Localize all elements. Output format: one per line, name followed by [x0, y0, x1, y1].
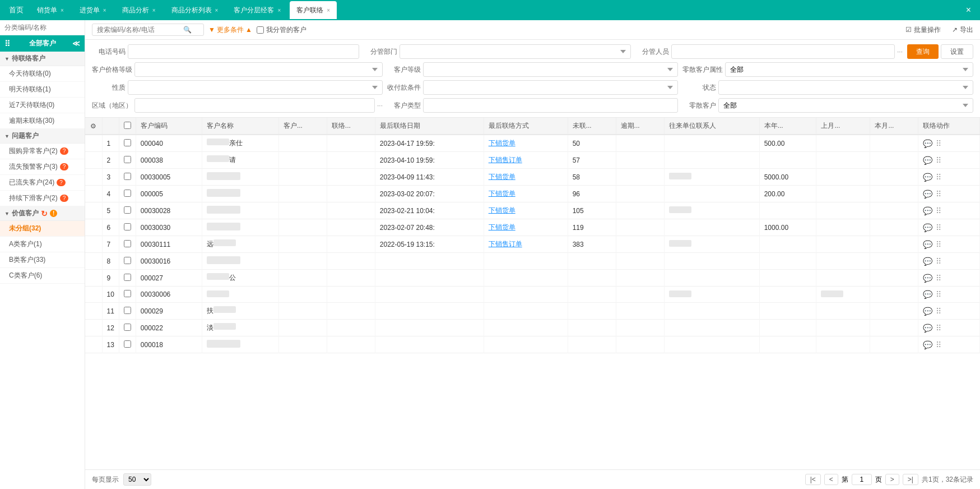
action-message-icon[interactable]: 💬	[923, 340, 932, 349]
action-more-icon[interactable]: ⠿	[936, 190, 941, 199]
last-page-btn[interactable]: >|	[903, 474, 918, 485]
next-page-btn[interactable]: >	[885, 474, 899, 485]
action-more-icon[interactable]: ⠿	[936, 173, 941, 182]
nav-tab-analysis[interactable]: 商品分析 ×	[115, 1, 162, 19]
action-message-icon[interactable]: 💬	[923, 240, 932, 249]
action-more-icon[interactable]: ⠿	[936, 139, 941, 148]
filter-region-more[interactable]: ···	[377, 102, 383, 109]
more-conditions-btn[interactable]: ▼ 更多条件 ▲	[208, 25, 252, 35]
filter-manager-more[interactable]: ···	[897, 48, 903, 56]
first-page-btn[interactable]: |<	[805, 474, 821, 485]
row-select-checkbox[interactable]	[124, 257, 131, 264]
action-message-icon[interactable]: 💬	[923, 274, 932, 283]
sidebar-collapse-icon[interactable]: ≪	[72, 39, 80, 48]
action-more-icon[interactable]: ⠿	[936, 257, 941, 266]
action-message-icon[interactable]: 💬	[923, 324, 932, 333]
action-message-icon[interactable]: 💬	[923, 206, 932, 215]
action-more-icon[interactable]: ⠿	[936, 156, 941, 165]
row-select-checkbox[interactable]	[124, 307, 131, 314]
window-close-button[interactable]: ×	[962, 5, 976, 15]
link-last-method[interactable]: 下销货单	[489, 206, 515, 214]
nav-tab-analysis-close[interactable]: ×	[152, 7, 156, 13]
filter-payment-select[interactable]	[423, 80, 678, 95]
row-select-checkbox[interactable]	[124, 156, 131, 163]
link-last-method[interactable]: 下销货单	[489, 223, 515, 231]
row-select-checkbox[interactable]	[124, 240, 131, 247]
select-all-checkbox[interactable]	[124, 122, 131, 129]
action-message-icon[interactable]: 💬	[923, 257, 932, 266]
link-last-method[interactable]: 下销货单	[489, 173, 515, 181]
action-more-icon[interactable]: ⠿	[936, 240, 941, 249]
refresh-icon[interactable]: ↻	[41, 209, 48, 218]
row-select-checkbox[interactable]	[124, 340, 131, 348]
nav-tab-customer-tier-close[interactable]: ×	[277, 7, 281, 13]
filter-retail-attr-select[interactable]: 全部	[725, 62, 973, 77]
sidebar-item-class-a[interactable]: A类客户(1)	[0, 237, 85, 252]
filter-dept-select[interactable]	[400, 44, 631, 59]
action-more-icon[interactable]: ⠿	[936, 340, 941, 349]
action-more-icon[interactable]: ⠿	[936, 290, 941, 299]
link-last-method[interactable]: 下销货单	[489, 139, 515, 147]
nav-home-tab[interactable]: 首页	[4, 3, 28, 17]
row-select-checkbox[interactable]	[124, 274, 131, 281]
action-more-icon[interactable]: ⠿	[936, 223, 941, 232]
sidebar-item-class-b[interactable]: B类客户(33)	[0, 252, 85, 268]
sidebar-item-class-c[interactable]: C类客户(6)	[0, 268, 85, 284]
sidebar-item-hoard[interactable]: 囤购异常客户(2) ?	[0, 144, 85, 159]
action-message-icon[interactable]: 💬	[923, 139, 932, 148]
all-customers-header[interactable]: ⠿ 全部客户 ≪	[0, 35, 85, 52]
filter-level-select[interactable]	[423, 62, 678, 77]
sidebar-item-today[interactable]: 今天待联络(0)	[0, 66, 85, 82]
row-select-checkbox[interactable]	[124, 324, 131, 331]
my-customers-filter[interactable]: 我分管的客户	[257, 25, 306, 35]
nav-tab-customer-tier[interactable]: 客户分层经客 ×	[227, 1, 287, 19]
row-select-checkbox[interactable]	[124, 290, 131, 297]
filter-price-level-select[interactable]	[134, 62, 383, 77]
filter-region-input[interactable]	[134, 98, 375, 113]
action-message-icon[interactable]: 💬	[923, 223, 932, 232]
my-customers-checkbox[interactable]	[257, 26, 264, 34]
col-gear[interactable]: ⚙	[85, 118, 102, 135]
row-select-checkbox[interactable]	[124, 206, 131, 214]
row-select-checkbox[interactable]	[124, 190, 131, 197]
sidebar-item-churned[interactable]: 已流失客户(24) ?	[0, 175, 85, 191]
filter-phone-input[interactable]	[128, 44, 359, 59]
sidebar-item-7days[interactable]: 近7天待联络(0)	[0, 98, 85, 113]
sidebar-item-churn-warn[interactable]: 流失预警客户(3) ?	[0, 159, 85, 175]
action-message-icon[interactable]: 💬	[923, 307, 932, 316]
nav-tab-purchase-close[interactable]: ×	[103, 7, 106, 13]
action-more-icon[interactable]: ⠿	[936, 206, 941, 215]
nav-tab-salesorder[interactable]: 销货单 ×	[30, 1, 71, 19]
action-message-icon[interactable]: 💬	[923, 173, 932, 182]
filter-nature-select[interactable]	[128, 80, 383, 95]
row-select-checkbox[interactable]	[124, 173, 131, 180]
sidebar-item-tomorrow[interactable]: 明天待联络(1)	[0, 82, 85, 98]
nav-tab-salesorder-close[interactable]: ×	[61, 7, 64, 13]
action-message-icon[interactable]: 💬	[923, 190, 932, 199]
link-last-method[interactable]: 下销货单	[489, 190, 515, 197]
nav-tab-purchase[interactable]: 进货单 ×	[73, 1, 113, 19]
action-message-icon[interactable]: 💬	[923, 156, 932, 165]
nav-tab-analysis-list-close[interactable]: ×	[215, 7, 219, 13]
filter-retail-cust-select[interactable]: 全部	[718, 98, 973, 113]
link-last-method[interactable]: 下销售订单	[489, 240, 522, 248]
sidebar-item-declining[interactable]: 持续下滑客户(2) ?	[0, 191, 85, 206]
page-size-select[interactable]: 50 100 200	[123, 473, 151, 486]
sidebar-search-input[interactable]	[4, 24, 85, 31]
prev-page-btn[interactable]: <	[824, 474, 838, 485]
nav-tab-analysis-list[interactable]: 商品分析列表 ×	[165, 1, 225, 19]
search-input[interactable]	[97, 26, 181, 34]
row-select-checkbox[interactable]	[124, 139, 131, 146]
nav-tab-customer-contact[interactable]: 客户联络 ×	[290, 1, 337, 19]
action-message-icon[interactable]: 💬	[923, 290, 932, 299]
action-more-icon[interactable]: ⠿	[936, 274, 941, 283]
action-more-icon[interactable]: ⠿	[936, 324, 941, 333]
link-last-method[interactable]: 下销售订单	[489, 156, 522, 164]
nav-tab-customer-contact-close[interactable]: ×	[327, 7, 330, 13]
filter-cust-type-input[interactable]	[423, 98, 678, 113]
search-icon[interactable]: 🔍	[183, 26, 192, 34]
sidebar-item-unclassified[interactable]: 未分组(32)	[0, 221, 85, 237]
export-btn[interactable]: ↗ 导出	[952, 25, 973, 35]
filter-manager-input[interactable]	[671, 44, 895, 59]
reset-button[interactable]: 设置	[941, 44, 973, 59]
